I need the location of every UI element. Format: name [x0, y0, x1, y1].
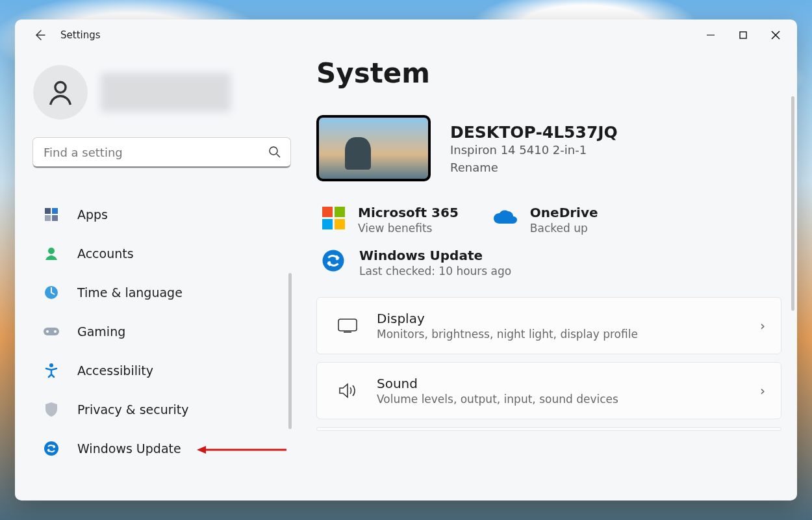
svg-rect-10 [52, 215, 58, 221]
nav-label: Accessibility [77, 363, 153, 378]
tile-onedrive[interactable]: OneDrive Backed up [488, 201, 602, 239]
sidebar-item-privacy-security[interactable]: Privacy & security [33, 393, 301, 426]
svg-rect-13 [44, 328, 59, 335]
card-title: Display [377, 311, 638, 326]
settings-window: Settings Apps [15, 20, 797, 500]
accessibility-icon [42, 361, 60, 380]
onedrive-icon [492, 205, 518, 231]
svg-point-4 [55, 82, 66, 92]
card-sound[interactable]: Sound Volume levels, output, input, soun… [316, 362, 781, 419]
search-icon [268, 146, 281, 161]
update-circle-icon [320, 248, 346, 274]
content-scrollbar[interactable] [791, 96, 794, 311]
nav-label: Time & language [77, 285, 183, 300]
device-name: DESKTOP-4L537JQ [450, 123, 618, 142]
display-icon [333, 318, 362, 333]
svg-rect-21 [338, 319, 357, 331]
card-partial [316, 427, 781, 431]
svg-point-15 [54, 330, 57, 333]
avatar [33, 65, 88, 120]
svg-marker-19 [197, 446, 206, 454]
content-area: System DESKTOP-4L537JQ Inspiron 14 5410 … [301, 51, 797, 500]
person-icon [45, 77, 75, 107]
sidebar-scrollbar[interactable] [288, 273, 292, 429]
sidebar: Apps Accounts Time & language Gaming Acc… [15, 51, 301, 500]
rename-link[interactable]: Rename [450, 161, 618, 174]
tile-title: Microsoft 365 [358, 205, 459, 220]
user-profile[interactable] [33, 65, 301, 120]
card-subtitle: Monitors, brightness, night light, displ… [377, 328, 638, 341]
sidebar-item-accessibility[interactable]: Accessibility [33, 354, 301, 387]
user-name-redacted [101, 73, 231, 112]
nav-list: Apps Accounts Time & language Gaming Acc… [33, 198, 301, 465]
sound-icon [333, 382, 362, 399]
svg-rect-8 [52, 208, 58, 214]
tile-subtitle: Backed up [530, 222, 598, 235]
annotation-arrow [196, 443, 293, 459]
svg-rect-9 [45, 215, 51, 221]
chevron-right-icon: › [760, 383, 765, 398]
svg-rect-1 [740, 32, 746, 38]
svg-point-17 [44, 441, 58, 456]
nav-label: Accounts [77, 246, 134, 261]
page-title: System [316, 57, 781, 89]
svg-point-16 [49, 363, 53, 367]
sidebar-item-gaming[interactable]: Gaming [33, 315, 301, 348]
card-subtitle: Volume levels, output, input, sound devi… [377, 393, 618, 406]
update-icon [42, 439, 60, 458]
tile-subtitle: Last checked: 10 hours ago [359, 265, 511, 278]
maximize-button[interactable] [727, 22, 759, 48]
nav-label: Privacy & security [77, 402, 189, 417]
card-display[interactable]: Display Monitors, brightness, night ligh… [316, 297, 781, 354]
sidebar-item-accounts[interactable]: Accounts [33, 237, 301, 270]
svg-line-6 [277, 154, 280, 157]
globe-clock-icon [42, 283, 60, 302]
nav-label: Apps [77, 207, 108, 222]
microsoft-logo-icon [320, 205, 346, 231]
titlebar: Settings [15, 20, 797, 51]
device-model: Inspiron 14 5410 2-in-1 [450, 143, 618, 157]
apps-icon [42, 205, 60, 224]
tile-subtitle: View benefits [358, 222, 459, 235]
nav-label: Gaming [77, 324, 125, 339]
close-button[interactable] [759, 22, 792, 48]
chevron-right-icon: › [760, 318, 765, 333]
window-title: Settings [60, 29, 101, 41]
back-arrow-icon [33, 29, 46, 42]
nav-label: Windows Update [77, 441, 181, 456]
svg-point-11 [48, 248, 55, 254]
window-controls [694, 22, 792, 48]
search-input[interactable] [33, 138, 290, 168]
svg-point-14 [46, 330, 49, 333]
tile-windows-update[interactable]: Windows Update Last checked: 10 hours ag… [320, 248, 781, 278]
sidebar-item-apps[interactable]: Apps [33, 198, 301, 231]
minimize-button[interactable] [694, 22, 727, 48]
tile-microsoft-365[interactable]: Microsoft 365 View benefits [316, 201, 463, 239]
accounts-icon [42, 244, 60, 263]
svg-point-5 [270, 147, 277, 155]
svg-point-20 [323, 250, 344, 272]
desktop-thumbnail[interactable] [316, 115, 431, 181]
tile-title: OneDrive [530, 205, 598, 220]
svg-rect-7 [45, 208, 51, 214]
sidebar-item-time-language[interactable]: Time & language [33, 276, 301, 309]
search-box[interactable] [33, 138, 290, 168]
shield-icon [42, 400, 60, 419]
card-title: Sound [377, 376, 618, 391]
gamepad-icon [42, 322, 60, 341]
tile-title: Windows Update [359, 248, 511, 263]
device-summary: DESKTOP-4L537JQ Inspiron 14 5410 2-in-1 … [316, 115, 781, 181]
back-button[interactable] [28, 23, 51, 47]
